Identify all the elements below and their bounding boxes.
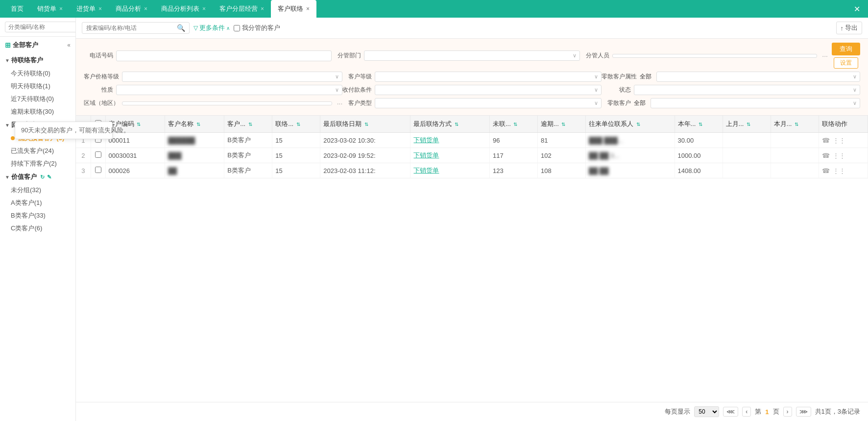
th-uncontacted[interactable]: 未联... ⇅ <box>489 116 537 133</box>
action-contact-icon[interactable]: ☎ <box>822 152 830 159</box>
filter-row-2: 客户价格等级 ∨ 客户等级 ∨ 零散客户属性 全部 <box>84 72 860 82</box>
status-select[interactable]: ∨ <box>634 85 860 95</box>
row-last-method[interactable]: 下销货单 <box>410 163 490 178</box>
more-conditions-toggle[interactable]: ▽ 更多条件 ∧ <box>193 24 230 32</box>
sort-icon-date: ⇅ <box>364 122 368 127</box>
tab-customer-contact-close[interactable]: × <box>306 5 310 12</box>
sidebar-item-ungrouped[interactable]: 未分组(32) <box>0 184 75 197</box>
sidebar-section-value[interactable]: ▼ 价值客户 ↻ ✎ <box>0 170 75 184</box>
region-select[interactable] <box>122 101 332 105</box>
tab-product-analysis-close[interactable]: × <box>144 5 147 12</box>
sidebar-collapse-icon[interactable]: « <box>67 42 71 49</box>
gender-select[interactable]: ∨ <box>116 85 342 95</box>
price-level-select[interactable]: ∨ <box>122 72 342 82</box>
tab-product-list[interactable]: 商品分析列表 × <box>154 0 213 18</box>
action-more-icon[interactable]: ⋮⋮ <box>833 167 845 174</box>
th-name[interactable]: 客户名称 ⇅ <box>165 116 224 133</box>
sidebar-item-class-b[interactable]: B类客户(33) <box>0 209 75 222</box>
sidebar-item-overdue-pending[interactable]: 逾期未联络(30) <box>0 105 75 118</box>
th-last-date[interactable]: 最后联络日期 ⇅ <box>320 116 410 133</box>
region-dots[interactable]: ··· <box>337 99 343 107</box>
row-checkbox-cell[interactable] <box>91 163 105 178</box>
last-page-btn[interactable]: ⋙ <box>796 407 811 417</box>
th-contact-person[interactable]: 往来单位联系人 ⇅ <box>585 116 675 133</box>
table-row: 2 00030031 ███ B类客户 15 2023-02-09 19:52:… <box>76 148 868 163</box>
row-last-method[interactable]: 下销货单 <box>410 148 490 163</box>
row-last-method[interactable]: 下销货单 <box>410 133 490 148</box>
sidebar-item-7day-pending[interactable]: 近7天待联络(0) <box>0 93 75 105</box>
tab-home[interactable]: 首页 <box>4 0 30 18</box>
person-dots[interactable]: ··· <box>822 52 828 60</box>
sidebar-item-declining[interactable]: 持续下滑客户(2) <box>0 157 75 170</box>
tab-customer-layer[interactable]: 客户分层经营 × <box>213 0 271 18</box>
row-last-date: 2023-02-03 11:12: <box>320 163 410 178</box>
filter-phone-cell: 电话号码 <box>84 50 332 61</box>
action-more-icon[interactable]: ⋮⋮ <box>833 137 845 144</box>
value-edit-icon[interactable]: ✎ <box>47 174 51 180</box>
customer-level-select[interactable]: ∨ <box>375 72 601 82</box>
window-close-button[interactable]: ✕ <box>850 4 864 14</box>
sort-icon-cmonth: ⇅ <box>795 122 798 127</box>
search-input[interactable] <box>86 25 175 31</box>
next-page-btn[interactable]: › <box>783 407 792 417</box>
prev-page-btn[interactable]: ‹ <box>742 407 751 417</box>
row-checkbox[interactable] <box>95 167 101 173</box>
sidebar-item-tomorrow-pending[interactable]: 明天待联络(1) <box>0 80 75 93</box>
retail-select[interactable]: ∨ <box>651 98 860 108</box>
first-page-btn[interactable]: ⋘ <box>723 407 738 417</box>
credit-select[interactable]: ∨ <box>656 72 860 82</box>
row-checkbox[interactable] <box>95 151 101 158</box>
settings-button[interactable]: 设置 <box>834 57 858 69</box>
sidebar-item-churned[interactable]: 已流失客户(24) <box>0 145 75 157</box>
my-customers-checkbox-area[interactable]: 我分管的客户 <box>234 24 280 32</box>
per-page-label: 每页显示 <box>665 407 690 416</box>
th-current-month[interactable]: 本月... ⇅ <box>771 116 819 133</box>
th-contact-count[interactable]: 联络... ⇅ <box>272 116 320 133</box>
tab-product-list-close[interactable]: × <box>202 5 206 12</box>
tab-sales[interactable]: 销货单 × <box>30 0 70 18</box>
sidebar-all-customers[interactable]: ⊞ 全部客户 « <box>0 37 75 53</box>
sidebar-section-pending[interactable]: ▼ 待联络客户 <box>0 53 75 67</box>
search-button[interactable]: 🔍 <box>177 24 185 32</box>
active-dot <box>11 136 15 140</box>
person-select[interactable] <box>612 54 818 58</box>
last-method-link[interactable]: 下销货单 <box>413 151 439 159</box>
value-refresh-icon[interactable]: ↻ <box>40 174 45 180</box>
my-customers-checkbox[interactable] <box>234 25 240 31</box>
sidebar-search-input[interactable] <box>5 22 76 32</box>
last-method-link[interactable]: 下销货单 <box>413 167 439 174</box>
tab-purchase-close[interactable]: × <box>98 5 102 12</box>
tab-product-analysis[interactable]: 商品分析 × <box>109 0 154 18</box>
last-method-link[interactable]: 下销货单 <box>413 136 439 144</box>
th-current-year[interactable]: 本年... ⇅ <box>675 116 723 133</box>
payment-select[interactable]: ∨ <box>375 85 601 95</box>
row-uncontacted: 96 <box>489 133 537 148</box>
per-page-select[interactable]: 50 100 200 <box>694 406 719 417</box>
th-overdue[interactable]: 逾期... ⇅ <box>537 116 585 133</box>
action-contact-icon[interactable]: ☎ <box>822 137 830 144</box>
tab-sales-close[interactable]: × <box>59 5 63 12</box>
action-contact-icon[interactable]: ☎ <box>822 167 830 174</box>
sidebar-item-class-a[interactable]: A类客户(1) <box>0 197 75 209</box>
dept-select[interactable]: ∨ <box>364 50 579 61</box>
export-button[interactable]: ↑ 导出 <box>836 22 863 34</box>
th-last-method[interactable]: 最后联络方式 ⇅ <box>410 116 490 133</box>
tab-customer-contact[interactable]: 客户联络 × <box>271 0 316 18</box>
row-current-year: 30.00 <box>675 133 723 148</box>
query-button[interactable]: 查询 <box>832 43 860 55</box>
customer-type-select[interactable]: ∨ <box>375 98 601 108</box>
row-actions: ☎ ⋮⋮ <box>819 133 868 148</box>
sidebar-item-class-c[interactable]: C类客户(6) <box>0 222 75 235</box>
tab-customer-layer-close[interactable]: × <box>261 5 264 12</box>
th-customer-type[interactable]: 客户... ⇅ <box>224 116 272 133</box>
phone-input[interactable] <box>116 50 332 61</box>
row-name: ██████ <box>165 133 224 148</box>
filter-region-cell: 区域（地区） ··· <box>84 99 342 107</box>
payment-arrow: ∨ <box>594 87 598 93</box>
tab-purchase[interactable]: 进货单 × <box>70 0 109 18</box>
grid-icon: ⊞ <box>5 41 11 49</box>
th-last-month[interactable]: 上月... ⇅ <box>723 116 771 133</box>
row-checkbox-cell[interactable] <box>91 148 105 163</box>
sidebar-item-today-pending[interactable]: 今天待联络(0) <box>0 67 75 80</box>
action-more-icon[interactable]: ⋮⋮ <box>833 152 845 159</box>
